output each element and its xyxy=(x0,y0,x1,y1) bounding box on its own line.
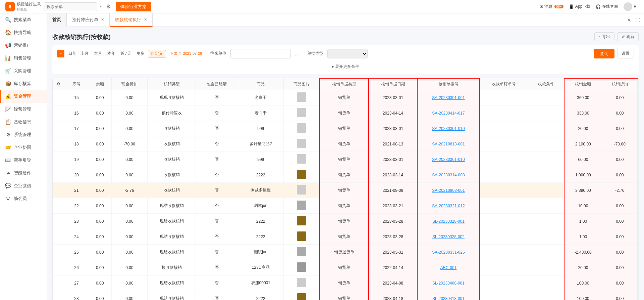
tab-close-icon[interactable]: ✕ xyxy=(101,17,104,22)
td-verify-amount: 1,000.00 xyxy=(564,167,602,183)
this-month-btn[interactable]: 本月 xyxy=(92,50,104,57)
sidebar-icon: 📋 xyxy=(5,119,11,125)
last-month-btn[interactable]: 上月 xyxy=(78,50,91,57)
td-receipt-order-no xyxy=(480,121,528,136)
from-unit-label: 往来单位 xyxy=(210,51,226,56)
ellipsis-icon[interactable]: ... xyxy=(295,51,299,56)
td-balance: 0.00 xyxy=(88,198,112,214)
td-verify-bill-type: 销货单 xyxy=(320,121,369,136)
from-unit-input[interactable] xyxy=(230,49,291,58)
filter-bar: » 日期 上月 本月 本年 近7天 更多 自定义 xyxy=(52,45,639,74)
export-button[interactable]: ↑ 导出 xyxy=(594,32,614,41)
td-verify-bill-type: 销货单 xyxy=(320,214,369,229)
td-include-settled: 否 xyxy=(196,275,238,291)
sidebar-icon: V xyxy=(5,196,11,202)
td-balance: 0.00 xyxy=(88,152,112,167)
expand-more-btn[interactable]: ▾ 展开更多条件 xyxy=(332,62,359,71)
query-button[interactable]: 查询 xyxy=(594,49,614,58)
sidebar-item-营销推广[interactable]: 📢营销推广 xyxy=(0,39,47,52)
sidebar-item-系统管理[interactable]: ⚙系统管理 xyxy=(0,128,47,141)
td-gear xyxy=(53,183,65,198)
td-verify-bill-no: SA-20230301-010 xyxy=(417,121,479,136)
sidebar-item-库存核算[interactable]: 📦库存核算 xyxy=(0,77,47,90)
table-row: 21 0.00 -2.76 收款核销 否 测试多属性 销货单 2021-08-0… xyxy=(53,183,638,198)
td-product-img xyxy=(283,152,320,167)
td-cash-discount: 0.00 xyxy=(112,121,148,136)
sidebar: 🔍搜索菜单🏠快捷导航📢营销推广📊销售管理🛒采购管理📦库存核算💰资金管理📈经营管理… xyxy=(0,13,47,300)
filter-expand-btn[interactable]: » xyxy=(57,50,64,57)
message-action[interactable]: ✉ 消息 99+ xyxy=(540,4,564,9)
td-verify-amount: 1.00 xyxy=(564,214,602,229)
settings-icon[interactable]: ⚙ xyxy=(104,2,113,11)
td-verify-bill-type: 销货单 xyxy=(320,275,369,291)
tab-label: 预付冲应付单 xyxy=(72,17,98,23)
expand-tab-btn[interactable]: ⛶ xyxy=(634,16,641,24)
message-icon: ✉ xyxy=(540,4,543,9)
last-7days-btn[interactable]: 近7天 xyxy=(119,50,133,57)
tab-收款核销执行[interactable]: 收款核销执行✕ xyxy=(110,13,153,27)
tab-close-icon[interactable]: ✕ xyxy=(144,17,147,22)
td-receipt-cond xyxy=(528,121,564,136)
td-verify-bill-date: 2023-03-31 xyxy=(369,245,418,260)
refresh-button[interactable]: ↺ 刷新 xyxy=(617,32,639,41)
industry-solution-button[interactable]: 体验行业方案 xyxy=(116,2,151,11)
sidebar-item-基础信息[interactable]: 📋基础信息 xyxy=(0,116,47,128)
date-label: 日期 xyxy=(68,51,76,56)
sidebar-icon: 📊 xyxy=(5,55,11,61)
td-verify-bill-date: 2023-04-14 xyxy=(369,105,418,121)
th-gear[interactable]: ⚙ xyxy=(53,78,65,90)
sidebar-item-搜索菜单[interactable]: 🔍搜索菜单 xyxy=(0,13,47,26)
td-receipt-order-no xyxy=(480,105,528,121)
td-balance: 0.00 xyxy=(88,105,112,121)
main-content: 首页预付冲应付单✕收款核销执行✕ ✕ ⛶ 收款核销执行(按收款) ↑ 导出 ↺ … xyxy=(47,13,644,300)
online-service-action[interactable]: 🎧 在线客服 xyxy=(596,4,618,9)
single-type-select[interactable] xyxy=(327,49,368,58)
td-verify-type: 收款核销 xyxy=(148,167,196,183)
td-verify-type: 收款核销 xyxy=(148,136,196,152)
tab-首页[interactable]: 首页 xyxy=(47,13,67,27)
sidebar-label: 库存核算 xyxy=(14,81,31,87)
td-balance: 0.00 xyxy=(88,245,112,260)
td-verify-type: 收款核销 xyxy=(148,121,196,136)
td-gear xyxy=(53,260,65,275)
td-cash-discount: 0.00 xyxy=(112,105,148,121)
sidebar-item-企业协同[interactable]: 🤝企业协同 xyxy=(0,141,47,154)
td-receipt-order-no xyxy=(480,198,528,214)
message-label: 消息 xyxy=(544,4,552,9)
td-receipt-order-no xyxy=(480,90,528,105)
th-verify-bill-no: 核销单据号 xyxy=(417,78,479,90)
td-no: 24 xyxy=(65,229,88,245)
this-year-btn[interactable]: 本年 xyxy=(105,50,117,57)
search-input[interactable] xyxy=(44,2,97,11)
sidebar-item-智能硬件[interactable]: 🖥智能硬件 xyxy=(0,167,47,179)
setting-button[interactable]: 设置 xyxy=(617,49,634,58)
td-receipt-order-no xyxy=(480,245,528,260)
td-verify-bill-type: 销货单 xyxy=(320,198,369,214)
td-verify-amount: 20.00 xyxy=(564,260,602,275)
user-action[interactable]: Rit xyxy=(624,2,639,11)
sidebar-item-畅会员[interactable]: V畅会员 xyxy=(0,192,47,205)
sidebar-item-企业微信[interactable]: 💬企业微信 xyxy=(0,179,47,192)
sidebar-item-采购管理[interactable]: 🛒采购管理 xyxy=(0,65,47,77)
refresh-icon: ↺ xyxy=(622,35,625,39)
td-include-settled: 否 xyxy=(196,121,238,136)
sidebar-item-快捷导航[interactable]: 🏠快捷导航 xyxy=(0,26,47,39)
td-no: 22 xyxy=(65,198,88,214)
td-product: 多计量商品2 xyxy=(238,136,283,152)
td-verify-discount: 0.00 xyxy=(602,229,638,245)
sidebar-item-销售管理[interactable]: 📊销售管理 xyxy=(0,52,47,65)
td-verify-type: 收款核销 xyxy=(148,152,196,167)
sidebar-item-新手引导[interactable]: 📖新手引导 xyxy=(0,154,47,167)
chevron-down-icon[interactable]: ▾ xyxy=(100,5,102,8)
custom-date-btn[interactable]: 自定义 xyxy=(148,50,166,57)
td-verify-amount: 1.00 xyxy=(564,229,602,245)
close-tab-btn[interactable]: ✕ xyxy=(626,16,633,24)
sidebar-item-经营管理[interactable]: 📈经营管理 xyxy=(0,103,47,116)
tab-预付冲应付单[interactable]: 预付冲应付单✕ xyxy=(67,13,110,27)
td-verify-amount: 20.00 xyxy=(564,121,602,136)
td-product: 2222 xyxy=(238,229,283,245)
td-product-img xyxy=(283,245,320,260)
more-btn[interactable]: 更多 xyxy=(135,50,147,57)
app-download-action[interactable]: 📱 App下载 xyxy=(569,4,590,9)
sidebar-item-资金管理[interactable]: 💰资金管理 xyxy=(0,90,47,103)
